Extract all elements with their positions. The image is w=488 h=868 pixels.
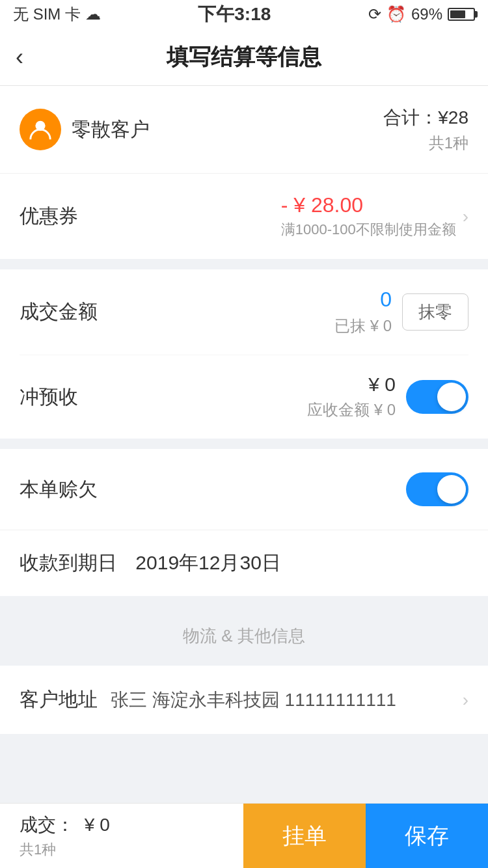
status-right: ⟳ ⏰ 69% (368, 5, 475, 23)
customer-section: 零散客户 合计：¥28 共1种 优惠券 - ¥ 28.00 满1000-100不… (0, 86, 488, 259)
prepay-row: 冲预收 ¥ 0 应收金额 ¥ 0 (20, 355, 468, 439)
logistics-label: 物流 & 其他信息 (183, 626, 305, 645)
coupon-amount: - ¥ 28.00 (281, 193, 456, 217)
debt-toggle-knob (437, 475, 466, 504)
customer-count: 共1种 (383, 133, 468, 154)
avatar (20, 109, 61, 150)
bottom-count: 共1种 (20, 840, 224, 860)
coupon-desc: 满1000-100不限制使用金额 (281, 220, 456, 239)
address-key: 客户地址 (20, 686, 98, 713)
back-button[interactable]: ‹ (16, 44, 23, 71)
amount-label: 成交金额 (20, 299, 98, 325)
nav-bar: ‹ 填写结算等信息 (0, 29, 488, 86)
amount-value: 0 (380, 288, 392, 312)
customer-info-right: 合计：¥28 共1种 (383, 105, 468, 154)
page-title: 填写结算等信息 (167, 42, 321, 72)
hang-button[interactable]: 挂单 (243, 804, 366, 868)
debt-row: 本单赊欠 (0, 449, 488, 530)
customer-row: 零散客户 合计：¥28 共1种 (0, 86, 488, 173)
round-button[interactable]: 抹零 (402, 293, 468, 331)
due-date-label: 收款到期日 (20, 552, 117, 573)
bottom-transaction: 成交： ¥ 0 (20, 813, 224, 837)
save-button[interactable]: 保存 (366, 804, 488, 868)
coupon-label: 优惠券 (20, 203, 78, 230)
transaction-section: 成交金额 0 已抹 ¥ 0 抹零 冲预收 ¥ 0 应收金额 ¥ 0 (0, 269, 488, 439)
status-bar: 无 SIM 卡 ☁ 下午3:18 ⟳ ⏰ 69% (0, 0, 488, 29)
status-time: 下午3:18 (198, 2, 271, 27)
logistics-section: 物流 & 其他信息 (0, 606, 488, 666)
bottom-bar: 成交： ¥ 0 共1种 挂单 保存 (0, 803, 488, 868)
prepay-right: ¥ 0 应收金额 ¥ 0 (307, 373, 468, 420)
coupon-row[interactable]: 优惠券 - ¥ 28.00 满1000-100不限制使用金额 › (0, 173, 488, 259)
prepay-amount: ¥ 0 (368, 373, 396, 396)
debt-toggle[interactable] (406, 472, 468, 506)
battery-percent: 69% (411, 5, 442, 23)
customer-name: 零散客户 (72, 116, 150, 143)
status-left: 无 SIM 卡 ☁ (13, 4, 101, 25)
amount-right: 0 已抹 ¥ 0 抹零 (334, 288, 468, 336)
coupon-right: - ¥ 28.00 满1000-100不限制使用金额 (281, 193, 456, 239)
due-date-row: 收款到期日 2019年12月30日 (0, 530, 488, 596)
amount-section: 成交金额 0 已抹 ¥ 0 抹零 冲预收 ¥ 0 应收金额 ¥ 0 (0, 269, 488, 439)
address-chevron-icon: › (463, 690, 468, 711)
location-icon: ⟳ (368, 5, 381, 23)
due-date-value: 2019年12月30日 (135, 552, 280, 573)
customer-left: 零散客户 (20, 109, 150, 150)
chevron-right-icon: › (463, 206, 468, 227)
amount-row: 成交金额 0 已抹 ¥ 0 抹零 (20, 269, 468, 355)
toggle-knob (437, 383, 466, 411)
amount-values: 0 已抹 ¥ 0 (334, 288, 392, 336)
debt-section: 本单赊欠 收款到期日 2019年12月30日 (0, 449, 488, 596)
rounded-text: 已抹 ¥ 0 (334, 316, 392, 336)
prepay-label: 冲预收 (20, 384, 78, 411)
receivable-text: 应收金额 ¥ 0 (307, 400, 396, 420)
address-row[interactable]: 客户地址 张三 海淀永丰科技园 11111111111 › (0, 666, 488, 734)
battery-icon (448, 8, 475, 21)
prepay-toggle[interactable] (406, 380, 468, 414)
prepay-values: ¥ 0 应收金额 ¥ 0 (307, 373, 396, 420)
sim-status: 无 SIM 卡 ☁ (13, 4, 101, 25)
bottom-summary: 成交： ¥ 0 共1种 (0, 813, 243, 860)
debt-label: 本单赊欠 (20, 476, 98, 503)
address-section: 客户地址 张三 海淀永丰科技园 11111111111 › (0, 666, 488, 734)
customer-total: 合计：¥28 (383, 105, 468, 130)
alarm-icon: ⏰ (386, 5, 406, 23)
address-value: 张三 海淀永丰科技园 11111111111 (111, 688, 463, 712)
